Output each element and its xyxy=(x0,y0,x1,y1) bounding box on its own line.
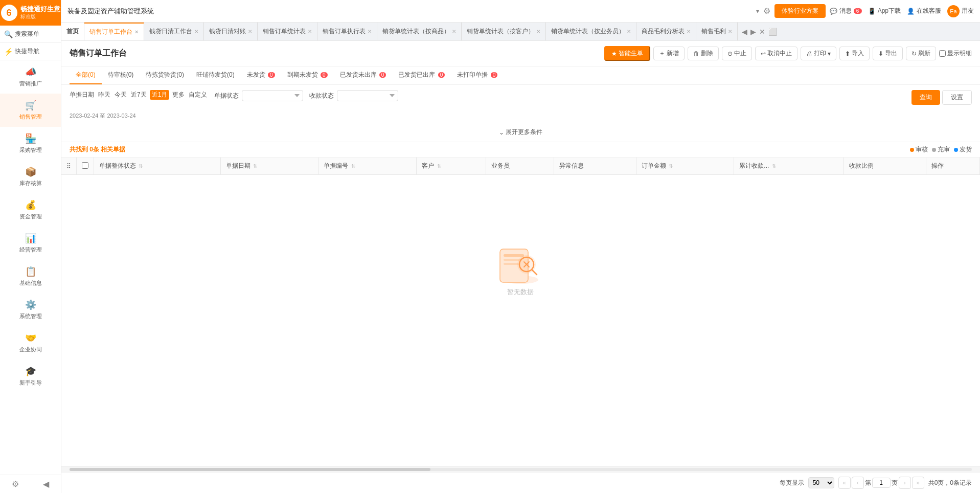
col-customer-sort-icon[interactable]: ⇅ xyxy=(437,163,441,169)
page-prev-btn[interactable]: ‹ xyxy=(852,477,864,489)
subtab-pending-review[interactable]: 待审核(0) xyxy=(102,66,140,84)
subtab-all[interactable]: 全部(0) xyxy=(70,66,102,84)
tab-sale-stats-staff[interactable]: 销货单统计表（按业务员） ✕ xyxy=(546,23,636,40)
tab-sales-gross[interactable]: 销售毛利 ✕ xyxy=(696,23,738,40)
topbar-user[interactable]: Ea 用友 xyxy=(947,5,974,17)
topbar-gear-icon[interactable]: ⚙ xyxy=(763,6,770,16)
col-status-sort-icon[interactable]: ⇅ xyxy=(139,163,143,169)
quick-ship-btn[interactable]: 发货 xyxy=(954,145,972,154)
query-btn[interactable]: 查询 xyxy=(911,90,940,105)
tab-expand-icon[interactable]: ⬜ xyxy=(767,27,778,37)
delete-btn[interactable]: 🗑 删除 xyxy=(688,47,719,60)
tab-sale-stats-product[interactable]: 销货单统计表（按商品） ✕ xyxy=(377,23,462,40)
page-input[interactable] xyxy=(872,478,891,488)
sidebar-title-text: 畅捷通好生意 xyxy=(20,5,60,13)
col-customer: 客户 ⇅ xyxy=(417,158,486,175)
subtab-not-printed[interactable]: 未打印单据 0 xyxy=(451,66,504,84)
subtab-shipped-out[interactable]: 已发货已出库 0 xyxy=(392,66,451,84)
tab-order-stats-close[interactable]: ✕ xyxy=(308,29,312,34)
tab-order-stats[interactable]: 销售订单统计表 ✕ xyxy=(258,23,317,40)
filter-date-more[interactable]: 更多 xyxy=(171,91,186,99)
tab-sale-stats-customer-close[interactable]: ✕ xyxy=(536,29,540,34)
sidebar-item-purchase[interactable]: 🏪 采购管理 xyxy=(0,127,61,160)
tab-cash-daily-close[interactable]: ✕ xyxy=(194,29,198,34)
page-next-btn[interactable]: › xyxy=(899,477,911,489)
tab-sale-stats-staff-close[interactable]: ✕ xyxy=(627,29,631,34)
tab-gross-profit-close[interactable]: ✕ xyxy=(687,29,691,34)
col-date-sort-icon[interactable]: ⇅ xyxy=(253,163,257,169)
smart-create-btn[interactable]: ★ 智能生单 xyxy=(604,46,650,61)
cancel-stop-btn[interactable]: ↩ 取消中止 xyxy=(755,47,797,60)
import-btn[interactable]: ⬆ 导入 xyxy=(839,47,870,60)
topbar-app-download[interactable]: 📱 App下载 xyxy=(868,7,901,15)
sidebar-item-enterprise[interactable]: 🤝 企业协同 xyxy=(0,326,61,360)
subtab-not-shipped[interactable]: 未发货 0 xyxy=(241,66,281,84)
tab-sales-workbench[interactable]: 销售订单工作台 ✕ xyxy=(84,23,144,40)
tab-cash-account[interactable]: 钱货日清对账 ✕ xyxy=(204,23,258,40)
sidebar-item-sales[interactable]: 🛒 销售管理 xyxy=(0,94,61,127)
tab-sales-gross-close[interactable]: ✕ xyxy=(728,29,732,34)
tab-sale-stats-customer[interactable]: 销货单统计表（按客户） ✕ xyxy=(462,23,546,40)
filter-date-today[interactable]: 今天 xyxy=(113,91,128,99)
page-last-btn[interactable]: » xyxy=(912,477,924,489)
system-icon: ⚙️ xyxy=(25,299,36,310)
tab-cash-daily[interactable]: 钱货日清工作台 ✕ xyxy=(144,23,204,40)
select-all-checkbox[interactable] xyxy=(82,162,88,169)
sidebar-item-finance[interactable]: 💰 资金管理 xyxy=(0,193,61,227)
tab-prev-icon[interactable]: ◀ xyxy=(741,27,748,37)
stop-btn[interactable]: ⊙ 中止 xyxy=(722,47,752,60)
col-amount-sort-icon[interactable]: ⇅ xyxy=(669,163,673,169)
tab-next-icon[interactable]: ▶ xyxy=(749,27,757,37)
topbar-message[interactable]: 💬 消息 6 xyxy=(830,7,862,15)
col-checkbox[interactable] xyxy=(77,158,94,175)
tab-close-all-icon[interactable]: ✕ xyxy=(758,27,766,37)
page-size-select[interactable]: 10 20 50 100 xyxy=(808,477,834,488)
industry-btn[interactable]: 体验行业方案 xyxy=(774,4,826,18)
quick-review-btn[interactable]: 审核 xyxy=(910,145,928,154)
settings-bottom-icon[interactable]: ⚙ xyxy=(12,479,19,489)
filter-date-custom[interactable]: 自定义 xyxy=(188,91,208,99)
scrollbar-thumb[interactable] xyxy=(70,468,430,471)
filter-expand-btn[interactable]: ⌄ 展开更多条件 xyxy=(499,128,542,137)
subtab-expired-not-shipped[interactable]: 到期未发货 0 xyxy=(281,66,334,84)
sidebar-item-marketing[interactable]: 📣 营销推广 xyxy=(0,60,61,94)
page-first-btn[interactable]: « xyxy=(838,477,851,489)
col-collected-sort-icon[interactable]: ⇅ xyxy=(772,163,776,169)
tab-gross-profit[interactable]: 商品毛利分析表 ✕ xyxy=(636,23,696,40)
filter-date-1month[interactable]: 近1月 xyxy=(150,90,170,100)
tab-cash-account-close[interactable]: ✕ xyxy=(248,29,252,34)
export-btn[interactable]: ⬇ 导出 xyxy=(873,47,903,60)
filter-payment-select[interactable] xyxy=(337,90,398,101)
horizontal-scrollbar[interactable] xyxy=(61,466,980,472)
subtab-wangpu-ship[interactable]: 旺铺待发货(0) xyxy=(190,66,241,84)
subtab-shipped-not-out[interactable]: 已发货未出库 0 xyxy=(334,66,393,84)
refresh-btn[interactable]: ↻ 刷新 xyxy=(906,47,936,60)
system-dropdown-icon[interactable]: ▾ xyxy=(756,8,759,15)
sidebar-search[interactable]: 🔍 搜索菜单 xyxy=(0,26,61,43)
set-btn[interactable]: 设置 xyxy=(942,90,972,105)
sidebar-item-inventory[interactable]: 📦 库存核算 xyxy=(0,160,61,193)
sidebar-item-operations[interactable]: 📊 经营管理 xyxy=(0,227,61,260)
show-detail-checkbox-label[interactable]: 显示明细 xyxy=(939,49,972,58)
inventory-icon: 📦 xyxy=(25,166,36,177)
tab-order-exec-close[interactable]: ✕ xyxy=(368,29,372,34)
tab-home[interactable]: 首页 xyxy=(61,23,84,40)
col-code-sort-icon[interactable]: ⇅ xyxy=(351,163,355,169)
filter-date-yesterday[interactable]: 昨天 xyxy=(97,91,111,99)
tab-order-exec[interactable]: 销售订单执行表 ✕ xyxy=(317,23,377,40)
quick-cancel-btn[interactable]: 充审 xyxy=(932,145,950,154)
filter-date-7days[interactable]: 近7天 xyxy=(130,91,148,99)
topbar-online-service[interactable]: 👤 在线客服 xyxy=(907,7,941,15)
sidebar-item-guide[interactable]: 🎓 新手引导 xyxy=(0,360,61,393)
sidebar-item-system[interactable]: ⚙️ 系统管理 xyxy=(0,293,61,326)
tab-sales-workbench-close[interactable]: ✕ xyxy=(134,29,139,35)
collapse-icon[interactable]: ◀ xyxy=(43,479,49,489)
subtab-pending-inspect[interactable]: 待拣货验货(0) xyxy=(140,66,190,84)
show-detail-checkbox[interactable] xyxy=(939,50,946,57)
tab-sale-stats-product-close[interactable]: ✕ xyxy=(452,29,456,34)
print-btn[interactable]: 🖨 打印 ▾ xyxy=(801,47,836,60)
filter-status-select[interactable] xyxy=(242,90,303,101)
add-btn[interactable]: ＋ 新增 xyxy=(653,47,685,60)
sidebar-item-basic[interactable]: 📋 基础信息 xyxy=(0,260,61,293)
sidebar-quick-nav[interactable]: ⚡ 快捷导航 xyxy=(0,43,61,60)
